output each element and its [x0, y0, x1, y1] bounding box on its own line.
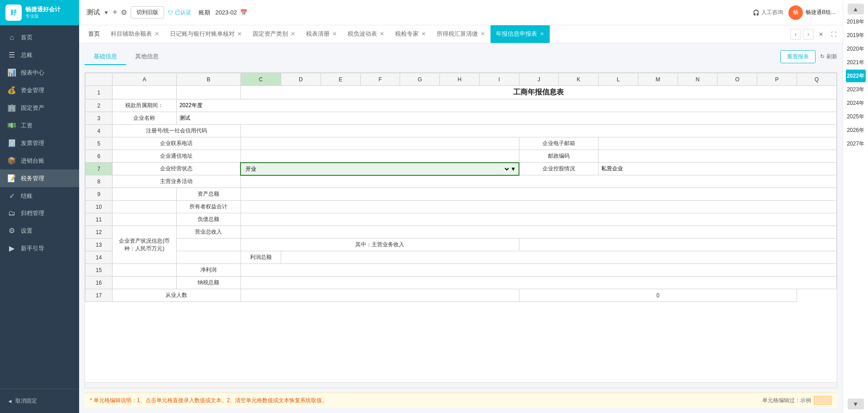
col-p[interactable]: P — [757, 73, 797, 86]
year-2027[interactable]: 2027年 — [846, 137, 866, 150]
cell-6-a[interactable]: 企业通信地址 — [113, 150, 241, 163]
sidebar-item-guide[interactable]: ▶ 新手引导 — [0, 239, 79, 257]
cell-6-c[interactable] — [241, 150, 519, 163]
sidebar-item-settings[interactable]: ⚙ 设置 — [0, 222, 79, 239]
cell-5-a[interactable]: 企业联系电话 — [113, 137, 241, 150]
tab-close-tax-fluctuation[interactable]: ✕ — [380, 31, 384, 37]
sub-tab-other[interactable]: 其他信息 — [126, 49, 168, 65]
tab-fixed-category[interactable]: 固定资产类别 ✕ — [247, 25, 301, 43]
row-5-header[interactable]: 5 — [85, 137, 113, 150]
spreadsheet-wrapper[interactable]: A B C D E F G H I J K L M — [85, 73, 837, 382]
cell-5-c[interactable] — [241, 137, 519, 150]
cell-16-a[interactable] — [113, 277, 177, 289]
cell-14-c[interactable] — [281, 251, 837, 264]
year-2022[interactable]: 2022年 — [846, 70, 866, 82]
refresh-button[interactable]: ↻ 刷新 — [820, 53, 837, 61]
sidebar-item-asset[interactable]: 🏢 固定资产 — [0, 99, 79, 117]
cell-9-a[interactable] — [113, 188, 177, 201]
col-j[interactable]: J — [519, 73, 559, 86]
cell-13-b[interactable] — [176, 239, 241, 251]
cell-3-b[interactable]: 测试 — [176, 112, 836, 125]
cell-14-b2[interactable] — [176, 251, 241, 264]
sidebar-item-report[interactable]: 📊 报表中心 — [0, 64, 79, 81]
row-12-header[interactable]: 12 — [85, 226, 113, 239]
tab-close-tax-report[interactable]: ✕ — [332, 31, 337, 37]
tab-tax-fluctuation[interactable]: 税负波动表 ✕ — [342, 25, 390, 43]
tab-close-tax-expert[interactable]: ✕ — [421, 31, 426, 37]
cell-6-k[interactable] — [599, 150, 837, 163]
sidebar-item-tax[interactable]: 📝 税务管理 — [0, 169, 79, 187]
reset-report-button[interactable]: 重置报表 — [780, 50, 816, 63]
row-13-header[interactable]: 13 — [85, 239, 113, 251]
col-a[interactable]: A — [113, 73, 177, 86]
cell-7-j[interactable]: 企业控股情况 — [519, 163, 599, 175]
cell-1-title[interactable]: 工商年报信息表 — [241, 86, 836, 99]
sidebar-item-settle[interactable]: ✓ 结账 — [0, 187, 79, 205]
cell-13-j[interactable] — [519, 239, 836, 251]
cell-17-c[interactable] — [241, 289, 519, 302]
year-2019[interactable]: 2019年 — [846, 29, 866, 42]
year-2025[interactable]: 2025年 — [846, 110, 866, 123]
row-10-header[interactable]: 10 — [85, 201, 113, 213]
topbar-settings-button[interactable]: ⚙ — [121, 8, 127, 17]
sidebar-item-wage[interactable]: 💵 工资 — [0, 117, 79, 134]
col-n[interactable]: N — [678, 73, 717, 86]
row-11-header[interactable]: 11 — [85, 213, 113, 226]
sidebar-item-ledger[interactable]: ☰ 总账 — [0, 46, 79, 64]
year-2023[interactable]: 2023年 — [846, 83, 866, 96]
col-m[interactable]: M — [638, 73, 678, 86]
cell-15-c[interactable] — [241, 264, 836, 277]
user-menu[interactable]: 畅 畅捷通B组... — [788, 5, 835, 20]
cell-17-j[interactable]: 0 — [519, 289, 797, 302]
sidebar-item-home[interactable]: ⌂ 首页 — [0, 29, 79, 46]
tab-income-tax[interactable]: 所得税汇算清缴 ✕ — [431, 25, 491, 43]
tab-home[interactable]: 首页 — [83, 25, 105, 43]
topbar-dropdown-icon[interactable]: ▼ — [104, 9, 109, 16]
tab-tax-report[interactable]: 税表清册 ✕ — [301, 25, 342, 43]
tab-close-income-tax[interactable]: ✕ — [481, 31, 485, 37]
tab-close-fixed-category[interactable]: ✕ — [291, 31, 295, 37]
cell-11-a[interactable] — [113, 213, 177, 226]
cell-8-c[interactable] — [241, 175, 836, 188]
topbar-add-button[interactable]: + — [113, 8, 118, 17]
cancel-fixed-button[interactable]: ◄ 取消固定 — [7, 394, 72, 408]
cell-6-j[interactable]: 邮政编码 — [519, 150, 599, 163]
cell-12-b[interactable]: 营业总收入 — [176, 226, 241, 239]
tab-aux-balance[interactable]: 科目辅助余额表 ✕ — [105, 25, 165, 43]
row-15-header[interactable]: 15 — [85, 264, 113, 277]
cell-8-a[interactable]: 主营业务活动 — [113, 175, 241, 188]
cell-10-c[interactable] — [241, 201, 836, 213]
row-17-header[interactable]: 17 — [85, 289, 113, 302]
cell-1-b[interactable] — [176, 86, 241, 99]
col-i[interactable]: I — [479, 73, 519, 86]
tab-close-journal-bank[interactable]: ✕ — [237, 31, 242, 37]
row-16-header[interactable]: 16 — [85, 277, 113, 289]
row-3-header[interactable]: 3 — [85, 112, 113, 125]
year-2020[interactable]: 2020年 — [846, 42, 866, 55]
tab-close-all-button[interactable]: ✕ — [816, 29, 826, 40]
row-7-header[interactable]: 7 — [85, 163, 113, 175]
sidebar-item-invoice[interactable]: 🧾 发票管理 — [0, 134, 79, 152]
sub-tab-basic[interactable]: 基础信息 — [85, 49, 126, 65]
cell-5-j[interactable]: 企业电子邮箱 — [519, 137, 599, 150]
year-2026[interactable]: 2026年 — [846, 124, 866, 136]
col-f[interactable]: F — [360, 73, 400, 86]
tab-close-annual-report[interactable]: ✕ — [540, 31, 544, 37]
tab-expand-button[interactable]: ⛶ — [828, 29, 839, 40]
cell-7-c[interactable]: 开业 注销 吊销 迁出 撤销 ▼ — [241, 163, 519, 175]
cell-9-b[interactable]: 资产总额 — [176, 188, 241, 201]
sidebar-item-capital[interactable]: 💰 资金管理 — [0, 81, 79, 99]
business-status-select[interactable]: 开业 注销 吊销 迁出 撤销 — [244, 165, 510, 173]
switch-to-old-button[interactable]: 切到旧版 — [131, 6, 164, 19]
cell-3-a[interactable]: 企业名称 — [113, 112, 177, 125]
cell-9-c[interactable] — [241, 188, 836, 201]
tab-nav-left-button[interactable]: ‹ — [790, 29, 801, 40]
col-c[interactable]: C — [241, 73, 281, 86]
cell-14-b[interactable]: 利润总额 — [241, 251, 281, 264]
year-scroll-up-button[interactable]: ▲ — [848, 4, 864, 14]
cell-2-a[interactable]: 税款所属期间： — [113, 99, 177, 112]
cell-2-b[interactable]: 2022年度 — [176, 99, 836, 112]
row-1-header[interactable]: 1 — [85, 86, 113, 99]
col-q[interactable]: Q — [797, 73, 837, 86]
cell-15-a[interactable] — [113, 264, 177, 277]
